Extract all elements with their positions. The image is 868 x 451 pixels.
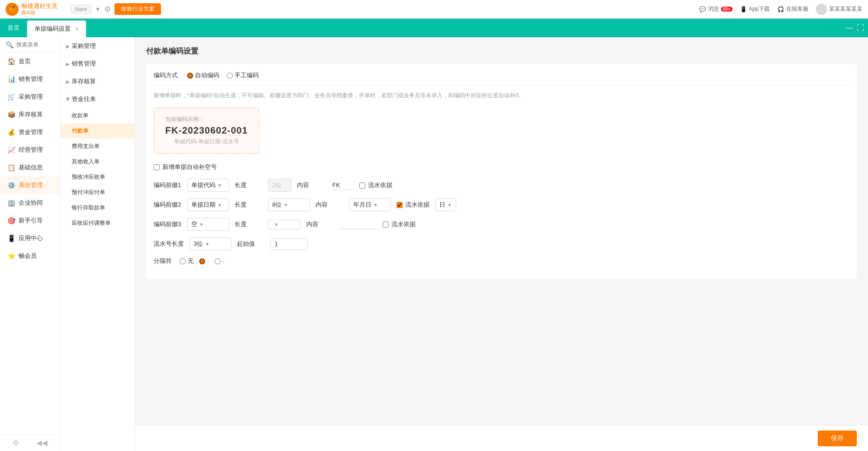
subsidebar-item-advance-receivable[interactable]: 预收冲应收单 <box>61 169 135 185</box>
prefix1-arrow-icon: ▼ <box>217 183 222 188</box>
manual-code-radio[interactable]: 手工编码 <box>227 71 259 80</box>
subsidebar-group-sales-header[interactable]: ▶ 销售管理 <box>61 55 135 73</box>
sidebar-item-member[interactable]: ⭐ 畅会员 <box>0 247 60 265</box>
settings-icon[interactable]: ⚙ <box>104 5 111 13</box>
content2-select[interactable]: 年月日 ▼ <box>349 198 391 211</box>
manual-code-input[interactable] <box>227 73 233 79</box>
sidebar-item-newbie[interactable]: 🎯 新手引导 <box>0 212 60 229</box>
content3-input[interactable] <box>340 220 377 229</box>
sidebar-item-operations[interactable]: 📈 经营管理 <box>0 141 60 159</box>
apps-icon: 📱 <box>7 235 15 242</box>
settings-bottom-icon[interactable]: ⚙ <box>13 438 19 447</box>
sidebar: 🔍 🏠 首页 📊 销售管理 🛒 采购管理 📦 库存核算 💰 资金管理 📈 经营管… <box>0 37 61 451</box>
sidebar-item-label-system: 系统管理 <box>19 181 43 189</box>
subsidebar-item-payment[interactable]: 付款单 <box>61 123 135 139</box>
sidebar-item-basic[interactable]: 📋 基础信息 <box>0 159 60 176</box>
prefix3-select[interactable]: 空 ▼ <box>187 218 229 231</box>
sidebar-item-inventory[interactable]: 📦 库存核算 <box>0 106 60 123</box>
code-example-value: FK-20230602-001 <box>165 125 248 136</box>
subsidebar-item-ar-ap-adjust[interactable]: 应收应付调整单 <box>61 215 135 231</box>
prefix2-select[interactable]: 单据日期 ▼ <box>187 198 229 211</box>
top-bar-right: 💬 消息 99+ 📱 App下载 🎧 在线客服 某某某某某某 <box>699 4 862 15</box>
sep-dash-label: · <box>222 258 224 265</box>
prefix3-value: 空 <box>191 220 197 229</box>
sidebar-item-home[interactable]: 🏠 首页 <box>0 53 60 70</box>
content3-label: 内容 <box>306 220 334 229</box>
sep-dash-radio[interactable]: · <box>215 258 224 265</box>
serial1-check-label[interactable]: 流水依据 <box>359 181 392 189</box>
prefix1-select[interactable]: 单据代码 ▼ <box>187 179 229 192</box>
sep-none-input[interactable] <box>180 258 186 264</box>
sidebar-item-system[interactable]: ⚙️ 系统管理 <box>0 176 60 194</box>
user-info[interactable]: 某某某某某某 <box>816 4 862 15</box>
prefix1-label: 编码前缀1 <box>154 181 182 189</box>
sidebar-item-enterprise[interactable]: 🏢 企业协同 <box>0 194 60 212</box>
length3-label: 长度 <box>235 220 262 229</box>
sales-group-label: 销售管理 <box>72 60 96 68</box>
sales-group-arrow: ▶ <box>66 61 70 67</box>
auto-code-input[interactable] <box>187 73 193 79</box>
app-download-item[interactable]: 📱 App下载 <box>740 5 770 13</box>
sep-none-radio[interactable]: 无 <box>180 257 194 265</box>
start-value-input[interactable] <box>270 238 308 250</box>
day2-arrow-icon: ▼ <box>447 202 452 208</box>
tab-home[interactable]: 首页 <box>0 19 27 37</box>
subsidebar-item-advance-payable[interactable]: 预付冲应付单 <box>61 185 135 200</box>
length2-select[interactable]: 8位 ▼ <box>268 198 310 211</box>
sidebar-search-container[interactable]: 🔍 <box>0 37 60 53</box>
subsidebar-group-purchase-header[interactable]: ▶ 采购管理 <box>61 37 135 55</box>
tab-minimize-icon[interactable]: — <box>846 24 853 32</box>
serial3-check-label[interactable]: 流水依据 <box>383 220 416 229</box>
tab-encode-settings[interactable]: 单据编码设置 × <box>27 20 86 37</box>
top-nav: Nare ▼ ⚙ <box>71 5 111 14</box>
serial2-checkbox[interactable] <box>397 202 403 208</box>
subsidebar-item-receipt[interactable]: 收款单 <box>61 108 135 123</box>
enterprise-icon: 🏢 <box>7 199 15 207</box>
capital-group-arrow: ▶ <box>66 97 71 101</box>
tab-close-icon[interactable]: × <box>75 26 79 32</box>
sidebar-item-purchase[interactable]: 🛒 采购管理 <box>0 88 60 106</box>
serial3-checkbox[interactable] <box>383 222 389 228</box>
auto-code-radio[interactable]: 自动编码 <box>187 71 219 80</box>
serial-length-arrow: ▼ <box>205 242 209 247</box>
auto-code-label: 自动编码 <box>195 71 219 80</box>
day2-select[interactable]: 日 ▼ <box>435 198 456 211</box>
download-icon: 📱 <box>740 6 747 13</box>
length3-select[interactable]: ▼ <box>268 220 301 229</box>
sep-dot-input[interactable] <box>199 258 205 264</box>
inventory-icon: 📦 <box>7 111 15 118</box>
online-service-item[interactable]: 🎧 在线客服 <box>777 5 808 13</box>
tab-expand-icon[interactable]: ⛶ <box>857 24 864 32</box>
content1-input[interactable] <box>330 181 354 190</box>
serial2-check-label[interactable]: 流水依据 <box>397 201 430 209</box>
serial1-checkbox[interactable] <box>359 182 365 188</box>
separator-radios: 无 · · <box>180 257 224 265</box>
sidebar-item-sales[interactable]: 📊 销售管理 <box>0 70 60 88</box>
auto-fill-checkbox[interactable] <box>154 164 160 170</box>
newbie-icon: 🎯 <box>7 217 15 224</box>
sep-dot-radio[interactable]: · <box>199 258 209 265</box>
purchase-group-label: 采购管理 <box>72 42 96 50</box>
sep-dash-input[interactable] <box>215 258 221 264</box>
serial-length-select[interactable]: 3位 ▼ <box>189 237 231 250</box>
serial2-label: 流水依据 <box>405 201 430 209</box>
sidebar-item-label-finance: 资金管理 <box>19 128 43 136</box>
subsidebar-item-expense[interactable]: 费用支出单 <box>61 139 135 154</box>
collapse-icon[interactable]: ◀◀ <box>36 438 47 447</box>
sidebar-item-finance[interactable]: 💰 资金管理 <box>0 123 60 141</box>
search-input[interactable] <box>16 41 54 48</box>
sep-dot-label: · <box>207 258 209 265</box>
breadcrumb-nav[interactable]: Nare <box>71 5 91 14</box>
subsidebar-item-bank-deposit[interactable]: 银行存取款单 <box>61 200 135 215</box>
subsidebar-group-capital-header[interactable]: ▶ 资金往来 <box>61 90 135 108</box>
basic-icon: 📋 <box>7 164 15 171</box>
message-item[interactable]: 💬 消息 99+ <box>699 5 733 13</box>
save-button[interactable]: 保存 <box>818 431 857 446</box>
sidebar-item-label-newbie: 新手引导 <box>19 216 43 225</box>
sidebar-item-apps[interactable]: 📱 应用中心 <box>0 229 60 247</box>
subsidebar-group-inventory-header[interactable]: ▶ 库存核算 <box>61 73 135 90</box>
industry-btn[interactable]: 体验行业方案 <box>114 3 161 15</box>
subsidebar-item-other-income[interactable]: 其他收入单 <box>61 154 135 169</box>
sidebar-item-label-purchase: 采购管理 <box>19 93 43 101</box>
prefix1-row: 编码前缀1 单据代码 ▼ 长度 2位 内容 流水依据 <box>154 179 849 192</box>
